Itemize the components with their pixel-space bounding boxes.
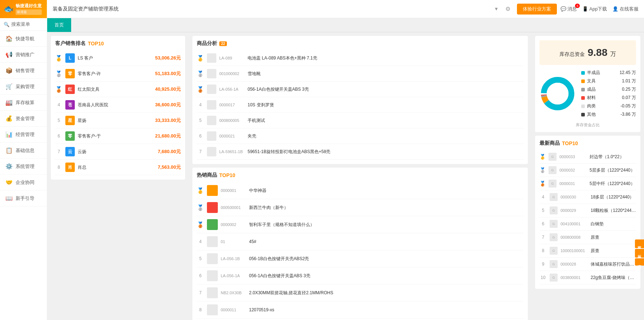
sidebar-item-库存核算[interactable]: 🏭库存核算 (0, 95, 47, 111)
product-analysis-item: 6 0000021 夹壳 (197, 128, 523, 144)
product-name: 59651-1B旋转投影灯电池盒ABS黑色+58壳 (248, 149, 523, 155)
product-code: 000800005 (219, 118, 245, 123)
sidebar-item-新手引导[interactable]: 📖新手引导 (0, 190, 47, 206)
app-download-label: App下载 (589, 6, 607, 12)
hot-product-item: 🥉 0000002 智利车子里（规格不知道填什么） (197, 216, 523, 233)
legend-value: 0.25 万 (622, 86, 636, 93)
header-system-name: 装备及固定资产辅助管理系统 (53, 6, 490, 12)
rank-name: 零售客户-于 (78, 133, 152, 139)
sidebar-item-系统管理[interactable]: ⚙️系统管理 (0, 159, 47, 175)
sidebar-item-销售管理[interactable]: 📦销售管理 (0, 63, 47, 79)
header: 装备及固定资产辅助管理系统 ▼ ⚙ 体验行业方案 💬 消息 6 📱 App下载 … (47, 0, 644, 18)
header-gear-icon[interactable]: ⚙ (505, 5, 510, 12)
rank-value: 36,600.00元 (155, 102, 181, 108)
sidebar-item-经营管理[interactable]: 📊经营管理 (0, 127, 47, 143)
app-download[interactable]: 📱 App下载 (582, 6, 607, 12)
legend-dot (581, 88, 585, 91)
nav-icon: 📊 (5, 131, 13, 138)
product-code: LA-056-1B (221, 257, 246, 261)
float-live-btn[interactable]: 直播 (635, 258, 644, 266)
rank-item: 8 肖 肖总 7,563.00元 (55, 160, 181, 175)
np-code: 10000100001 (561, 249, 588, 253)
np-name: 原查 (591, 248, 636, 254)
hot-products-card: 热销商品 TOP10 🥇 0000001 中华神器 🥈 000500001 新西… (192, 168, 528, 320)
rank-value: 21,680.00元 (155, 133, 181, 139)
sidebar-logo: 🐟 畅捷通好生意 标准版 (0, 0, 47, 18)
new-products-top10: TOP10 (562, 140, 578, 146)
legend-dot (581, 113, 585, 116)
np-img: G (549, 180, 557, 188)
rank-medal: 🥈 (539, 167, 546, 173)
product-name: 10S 变刹罗煲 (248, 102, 523, 108)
content-middle: 商品分析 22 🥇 LA-089 电池盖 LA-089 ABS本色+黑种 7.1… (189, 32, 531, 320)
legend-dot (581, 104, 585, 108)
product-code: 0000002 (221, 222, 246, 227)
sidebar-item-企业协同[interactable]: 🤝企业协同 (0, 175, 47, 190)
sidebar-search[interactable]: 🔍 搜索菜单 (0, 18, 47, 31)
product-analysis-title: 商品分析 22 (197, 40, 523, 47)
product-analysis-item: 4 0000017 10S 变刹罗煲 (197, 97, 523, 113)
tab-home[interactable]: 首页 (47, 18, 71, 32)
float-community-btn[interactable]: 服务社区 (635, 249, 644, 258)
nav-label: 企业协同 (16, 179, 34, 186)
sidebar-item-营销推广[interactable]: 📢营销推广 (0, 47, 47, 63)
donut-chart: 半成品 12.45 万 文具 1.01 万 成品 0.25 万 材料 0.07 … (539, 65, 636, 122)
product-rank-list: 🥇 LA-089 电池盖 LA-089 ABS本色+黑种 7.1壳 🥈 0010… (197, 50, 523, 160)
legend-item: 文具 1.01 万 (581, 77, 636, 85)
np-name: 22g鱼豆腐-烧烤味（1*12*20） (591, 275, 636, 281)
sidebar-item-快捷导航[interactable]: 🏠快捷导航 (0, 31, 47, 47)
product-thumb (207, 100, 216, 110)
nav-label: 采购管理 (16, 83, 34, 90)
legend-name: 成品 (587, 86, 620, 93)
messages-badge[interactable]: 💬 消息 6 (561, 6, 577, 12)
rank-item: 🥇 L LS 客户 53,006.26元 (55, 50, 181, 66)
float-hotline-btn[interactable]: 客服热线 (635, 239, 644, 248)
product-analysis-badge: 22 (219, 41, 227, 46)
product-name: 智利车子里（规格不知道填什么） (249, 222, 523, 228)
product-thumb (207, 116, 216, 125)
np-name: 18多层（1220*2440） (591, 194, 636, 200)
legend-item: 其他 -3.86 万 (581, 110, 636, 119)
product-name: 雪地靴 (248, 71, 523, 77)
nav-icon: 📦 (5, 67, 13, 74)
trial-button[interactable]: 体验行业方案 (517, 4, 557, 15)
product-analysis-item: 🥈 001000002 雪地靴 (197, 66, 523, 82)
product-analysis-card: 商品分析 22 🥇 LA-089 电池盖 LA-089 ABS本色+黑种 7.1… (192, 36, 528, 164)
new-product-item: 9 G 0000028 体城嘉枝味苏打饮品400毫升（1*15） (539, 258, 636, 271)
product-name: 电池盖 LA-089 ABS本色+黑种 7.1壳 (248, 55, 523, 61)
content-left: 客户销售排名 TOP10 🥇 L LS 客户 53,006.26元 🥈 零 零售… (47, 32, 189, 320)
legend-value: -3.86 万 (620, 111, 636, 118)
rank-avatar: 云 (65, 147, 75, 156)
product-img (207, 287, 218, 298)
inventory-title: 库存总资金 (559, 51, 585, 57)
hot-products-top10: TOP10 (219, 172, 235, 178)
legend-value: 0.07 万 (622, 95, 636, 101)
customer-ranking-title: 客户销售排名 TOP10 (55, 40, 181, 47)
online-service-label: 在线客服 (620, 6, 639, 12)
nav-label: 营销推广 (16, 52, 34, 58)
legend-name: 其他 (587, 111, 618, 118)
rank-num: 6 (55, 134, 62, 139)
rank-medal: 🥈 (55, 70, 62, 77)
hot-product-item: 6 LA-056-1A 056-1A白色按键开关盖ABS 3壳 (197, 267, 523, 284)
rank-avatar: 肖 (65, 163, 75, 172)
rank-avatar: 星 (65, 116, 75, 125)
np-code: 000800008 (561, 235, 588, 239)
nav-icon: 📢 (5, 51, 13, 58)
np-name: 原查 (591, 234, 636, 241)
product-code: 0000021 (219, 134, 245, 138)
online-service[interactable]: 👤 在线客服 (612, 6, 639, 12)
content-area: 客户销售排名 TOP10 🥇 L LS 客户 53,006.26元 🥈 零 零售… (47, 32, 644, 320)
sidebar-item-基础信息[interactable]: 📋基础信息 (0, 143, 47, 159)
product-code: 0000011 (221, 308, 246, 312)
rank-num: 7 (197, 149, 204, 154)
product-name: 056-1A白色按键开关盖ABS 3壳 (248, 86, 523, 93)
sidebar-item-采购管理[interactable]: 🛒采购管理 (0, 79, 47, 95)
np-img: G (550, 206, 558, 214)
rank-avatar: L (65, 53, 75, 63)
nav-label: 资金管理 (16, 115, 34, 122)
product-code: LA-056-1A (219, 87, 245, 91)
np-name: 白钢垫 (591, 221, 636, 227)
sidebar-item-资金管理[interactable]: 💰资金管理 (0, 111, 47, 127)
sidebar-logo-name: 畅捷通好生意 (16, 3, 42, 9)
